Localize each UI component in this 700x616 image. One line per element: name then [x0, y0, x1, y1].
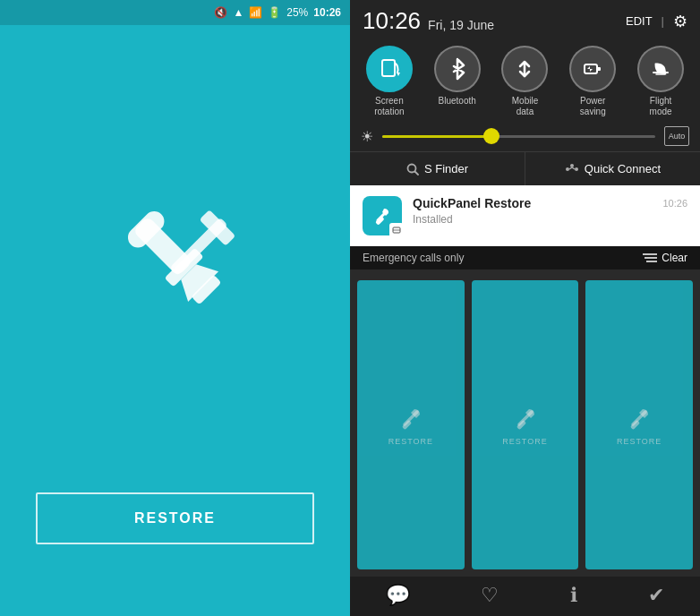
svg-line-12 — [414, 171, 418, 175]
quick-connect-icon — [565, 163, 579, 175]
app-thumb-label-2: RESTORE — [502, 437, 547, 446]
finder-row: S Finder Quick Connect — [350, 151, 700, 185]
brightness-track[interactable] — [382, 135, 655, 138]
app-switcher: RESTORE RESTORE RESTORE — [350, 270, 700, 577]
clear-label: Clear — [662, 252, 687, 264]
app-thumb-2[interactable]: RESTORE — [472, 280, 579, 569]
app-icon-area — [104, 25, 247, 492]
toggle-flight-mode[interactable]: Flightmode — [637, 46, 684, 117]
edit-button[interactable]: EDIT — [626, 14, 653, 28]
thumb-tools-icon-2 — [512, 405, 539, 432]
heart-icon[interactable]: ♡ — [481, 584, 499, 607]
power-saving-label: Powersaving — [580, 96, 606, 117]
bluetooth-circle — [434, 46, 481, 92]
quick-connect-button[interactable]: Quick Connect — [525, 152, 700, 185]
app-thumb-label-3: RESTORE — [617, 437, 662, 446]
badge-icon — [392, 226, 401, 235]
check-icon[interactable]: ✔ — [648, 584, 664, 607]
mobile-data-circle — [501, 46, 548, 92]
thumb-tools-icon-1 — [397, 405, 424, 432]
right-panel: 10:26 Fri, 19 June EDIT | ⚙ Screenro — [350, 0, 700, 616]
svg-point-14 — [570, 164, 574, 167]
clear-button[interactable]: Clear — [643, 252, 687, 264]
notif-badge — [389, 223, 404, 237]
flight-mode-label: Flightmode — [650, 96, 672, 117]
notification-shade: 10:26 Fri, 19 June EDIT | ⚙ Screenro — [350, 0, 700, 270]
signal-icon: 📶 — [249, 6, 262, 19]
notif-app-icon — [363, 196, 402, 235]
mobile-data-label: Mobiledata — [512, 96, 538, 117]
restore-btn-area: RESTORE — [0, 492, 350, 616]
flight-mode-circle — [637, 46, 684, 92]
auto-label: Auto — [669, 132, 686, 141]
battery-percent: 25% — [286, 6, 308, 19]
svg-line-17 — [572, 167, 575, 169]
toggle-screen-rotation[interactable]: Screenrotation — [366, 46, 413, 117]
notif-content: QuickPanel Restore 10:26 Installed — [413, 196, 687, 227]
screen-rotation-icon — [366, 46, 413, 92]
svg-line-16 — [569, 167, 572, 169]
switcher-bottom: 💬 ♡ ℹ ✔ — [350, 577, 700, 616]
bluetooth-label: Bluetooth — [439, 96, 476, 107]
settings-gear-icon[interactable]: ⚙ — [673, 12, 687, 31]
notif-title: QuickPanel Restore — [413, 196, 531, 210]
tools-icon — [104, 187, 247, 330]
emergency-text: Emergency calls only — [363, 252, 464, 264]
svg-point-13 — [566, 167, 569, 171]
s-finder-button[interactable]: S Finder — [350, 152, 525, 185]
brightness-icon: ☀ — [361, 128, 373, 145]
clear-icon — [643, 252, 657, 263]
restore-button[interactable]: RESTORE — [36, 492, 314, 544]
battery-icon: 🔋 — [268, 6, 281, 19]
svg-rect-10 — [597, 67, 601, 71]
app-thumb-1[interactable]: RESTORE — [357, 280, 465, 569]
mute-icon: 🔇 — [214, 6, 227, 19]
brightness-fill — [382, 135, 491, 138]
wifi-icon: ▲ — [233, 6, 243, 19]
s-finder-label: S Finder — [424, 162, 468, 175]
svg-rect-7 — [382, 60, 395, 76]
chat-icon[interactable]: 💬 — [386, 584, 410, 607]
status-bar-left: 🔇 ▲ 📶 🔋 25% 10:26 — [0, 0, 350, 25]
shade-time: 10:26 — [363, 7, 421, 35]
toggle-bluetooth[interactable]: Bluetooth — [434, 46, 481, 117]
toggle-power-saving[interactable]: Powersaving — [569, 46, 616, 117]
quick-toggles: Screenrotation Bluetooth Mobiledata — [350, 38, 700, 121]
auto-box[interactable]: Auto — [664, 126, 689, 146]
quick-connect-label: Quick Connect — [585, 162, 661, 175]
app-thumb-3[interactable]: RESTORE — [585, 280, 693, 569]
brightness-thumb — [483, 128, 499, 144]
search-icon — [406, 163, 419, 175]
toggle-mobile-data[interactable]: Mobiledata — [501, 46, 548, 117]
status-time: 10:26 — [313, 6, 341, 19]
shade-header-right: EDIT | ⚙ — [626, 12, 687, 31]
shade-date: Fri, 19 June — [428, 18, 494, 35]
left-panel: 🔇 ▲ 📶 🔋 25% 10:26 RESTORE — [0, 0, 350, 616]
notification-card: QuickPanel Restore 10:26 Installed — [350, 185, 700, 246]
power-saving-circle — [569, 46, 616, 92]
thumb-tools-icon-3 — [626, 405, 653, 432]
svg-marker-8 — [397, 73, 400, 76]
screen-rotation-label: Screenrotation — [374, 96, 404, 117]
notif-status: Installed — [413, 213, 453, 226]
header-divider: | — [662, 14, 664, 28]
svg-point-15 — [575, 167, 578, 171]
app-thumb-label-1: RESTORE — [388, 437, 433, 446]
emergency-row: Emergency calls only Clear — [350, 246, 700, 270]
info-icon[interactable]: ℹ — [570, 584, 577, 607]
brightness-row: ☀ Auto — [350, 121, 700, 151]
notif-time: 10:26 — [662, 198, 687, 209]
shade-header: 10:26 Fri, 19 June EDIT | ⚙ — [350, 0, 700, 38]
